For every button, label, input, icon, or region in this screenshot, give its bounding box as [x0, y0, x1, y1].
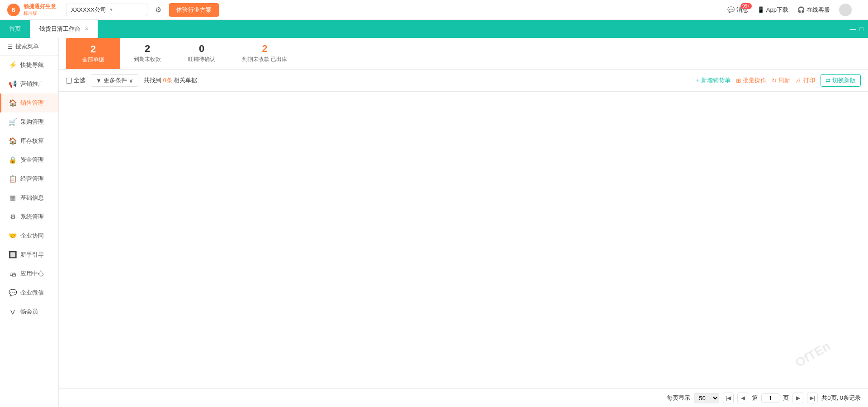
experience-btn[interactable]: 体验行业方案 [169, 3, 219, 17]
enterprise-icon: 🤝 [9, 232, 17, 240]
logo-title: 畅捷通好生意 [24, 3, 56, 10]
switch-label: 切换新版 [832, 76, 856, 84]
app-download-action[interactable]: 📱 App下载 [757, 6, 788, 14]
stat-unshipped-count: 2 [262, 43, 268, 55]
tab-active[interactable]: 钱货日清工作台 × [30, 20, 98, 38]
sidebar-item-operations[interactable]: 📋 经营管理 [0, 169, 58, 188]
wechat-icon: 💬 [9, 289, 17, 297]
system-label: 系统管理 [20, 213, 44, 221]
inventory-label: 库存核算 [20, 137, 44, 145]
select-all-label: 全选 [74, 76, 85, 84]
operations-label: 经营管理 [20, 175, 44, 183]
print-label: 打印 [803, 76, 815, 84]
marketing-icon: 📢 [9, 80, 17, 88]
stat-wangpu-count: 0 [199, 43, 204, 55]
fund-icon: 🔒 [9, 156, 17, 164]
online-service-action[interactable]: 🎧 在线客服 [797, 6, 830, 14]
select-all-checkbox[interactable]: 全选 [66, 76, 85, 84]
tab-minimize-btn[interactable]: — [850, 25, 856, 33]
tab-active-label: 钱货日清工作台 [39, 25, 80, 33]
next-page-btn[interactable]: ▶ [793, 393, 803, 403]
company-selector[interactable]: XXXXXX公司 ▼ [66, 4, 147, 16]
settings-button[interactable]: ⚙ [151, 3, 165, 17]
sidebar-item-quick-nav[interactable]: ⚡ 快捷导航 [0, 56, 58, 75]
enterprise-label: 企业协同 [20, 232, 44, 240]
search-icon: ☰ [7, 43, 13, 50]
print-btn[interactable]: 🖨 打印 [796, 76, 815, 84]
member-icon: V [9, 308, 17, 316]
tab-home[interactable]: 首页 [0, 20, 30, 38]
tab-close-icon[interactable]: × [85, 26, 88, 32]
table-area [59, 92, 868, 388]
purchase-icon: 🛒 [9, 118, 17, 126]
top-header: 6 畅捷通好生意 标准版 XXXXXX公司 ▼ ⚙ 体验行业方案 💬 消息 99… [0, 0, 868, 20]
app-center-icon: 🛍 [9, 270, 17, 278]
message-action[interactable]: 💬 消息 99+ [727, 6, 748, 14]
quick-nav-icon: ⚡ [9, 61, 17, 69]
sidebar-item-search[interactable]: ☰ 搜索菜单 [0, 38, 58, 56]
purchase-label: 采购管理 [20, 118, 44, 126]
stat-tab-all[interactable]: 2 全部单据 [66, 38, 120, 69]
user-avatar[interactable] [839, 4, 852, 16]
sidebar-item-member[interactable]: V 畅会员 [0, 302, 58, 321]
sales-icon: 🏠 [9, 99, 17, 107]
batch-op-btn[interactable]: ⊞ 批量操作 [736, 76, 766, 84]
sidebar-item-marketing[interactable]: 📢 营销推广 [0, 75, 58, 94]
fund-label: 资金管理 [20, 156, 44, 164]
stat-overdue-label: 到期未收款 [134, 56, 161, 63]
stat-all-count: 2 [90, 43, 96, 55]
toolbar: 全选 ▼ 更多条件 ∨ 共找到 0条 相关单据 + 新增销货单 ⊞ 批量操作 ↻ [59, 70, 868, 92]
sidebar-item-app-center[interactable]: 🛍 应用中心 [0, 264, 58, 283]
stat-tab-overdue[interactable]: 2 到期未收款 [120, 38, 175, 69]
logo-text-block: 畅捷通好生意 标准版 [24, 3, 56, 17]
batch-label: 批量操作 [743, 76, 766, 84]
last-page-btn[interactable]: ▶| [807, 393, 818, 403]
sidebar-item-basics[interactable]: ▦ 基础信息 [0, 188, 58, 207]
message-icon: 💬 [727, 6, 735, 13]
sidebar-item-enterprise[interactable]: 🤝 企业协同 [0, 226, 58, 245]
sidebar-item-system[interactable]: ⚙ 系统管理 [0, 207, 58, 226]
sidebar-item-guide[interactable]: 🔲 新手引导 [0, 245, 58, 264]
page-label: 第 [752, 394, 758, 402]
company-name: XXXXXX公司 [71, 6, 106, 14]
message-badge: 99+ [741, 3, 752, 9]
member-label: 畅会员 [20, 308, 38, 316]
chevron-down-icon: ▼ [109, 7, 113, 12]
select-all-input[interactable] [66, 78, 72, 84]
online-service-icon: 🎧 [797, 6, 805, 13]
stat-tab-wangpu[interactable]: 0 旺铺待确认 [175, 38, 229, 69]
logo-badge: 标准版 [24, 10, 56, 17]
prev-page-btn[interactable]: ◀ [737, 393, 748, 403]
guide-label: 新手引导 [20, 251, 44, 259]
filter-icon: ▼ [96, 77, 102, 84]
filter-chevron-icon: ∨ [129, 77, 133, 84]
per-page-select[interactable]: 50 100 200 [694, 393, 719, 403]
operations-icon: 📋 [9, 175, 17, 183]
header-right: 💬 消息 99+ 📱 App下载 🎧 在线客服 [727, 4, 861, 16]
sidebar-item-purchase[interactable]: 🛒 采购管理 [0, 112, 58, 131]
tab-maximize-btn[interactable]: □ [860, 25, 863, 33]
found-suffix: 相关单据 [174, 77, 197, 84]
app-download-icon: 📱 [757, 6, 764, 13]
sidebar-item-fund[interactable]: 🔒 资金管理 [0, 150, 58, 169]
page-input[interactable] [761, 393, 779, 403]
found-prefix: 共找到 [144, 77, 161, 84]
guide-icon: 🔲 [9, 251, 17, 259]
refresh-btn[interactable]: ↻ 刷新 [772, 76, 790, 84]
filter-label: 更多条件 [104, 76, 127, 84]
app-center-label: 应用中心 [20, 270, 44, 278]
filter-btn[interactable]: ▼ 更多条件 ∨ [91, 74, 138, 87]
first-page-btn[interactable]: |◀ [723, 393, 734, 403]
print-icon: 🖨 [796, 77, 802, 84]
stat-tab-unshipped[interactable]: 2 到期未收款 已出库 [229, 38, 301, 69]
system-icon: ⚙ [9, 213, 17, 221]
add-order-btn[interactable]: + 新增销货单 [696, 76, 731, 84]
stat-wangpu-label: 旺铺待确认 [188, 56, 215, 63]
sidebar-item-wechat[interactable]: 💬 企业微信 [0, 283, 58, 302]
sidebar-item-sales[interactable]: 🏠 销售管理 [0, 94, 58, 112]
logo-area: 6 畅捷通好生意 标准版 [7, 3, 66, 17]
sidebar-item-inventory[interactable]: 🏠 库存核算 [0, 131, 58, 150]
pagination-bar: 每页显示 50 100 200 |◀ ◀ 第 页 ▶ ▶| 共0页, 0条记录 [59, 388, 868, 407]
switch-version-btn[interactable]: ⇄ 切换新版 [821, 74, 861, 87]
quick-nav-label: 快捷导航 [20, 61, 44, 69]
